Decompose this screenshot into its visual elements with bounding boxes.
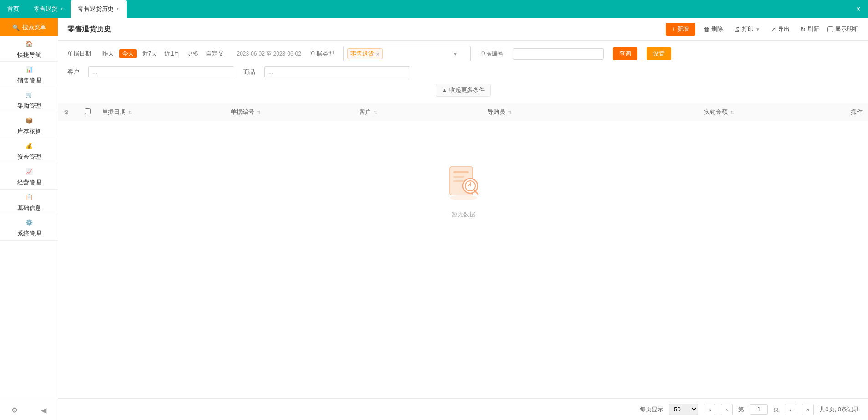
select-all-checkbox[interactable] [85,108,91,114]
finance-icon: 💰 [24,141,34,151]
th-settings: ⚙ [58,103,78,121]
first-page-button[interactable]: « [704,404,715,415]
export-button[interactable]: ↗ 导出 [768,23,792,35]
page-label: 第 [738,405,744,414]
empty-state: 暂无数据 [58,121,868,255]
date-shortcut-1month[interactable]: 近1月 [163,49,181,58]
date-shortcut-yesterday[interactable]: 昨天 [100,49,116,58]
goods-select[interactable]: ... [264,66,410,77]
th-bill-no[interactable]: 单据编号 ⇅ [225,103,354,121]
last-page-button[interactable]: » [802,404,814,415]
window-close-button[interactable]: × [848,5,868,14]
date-filter-label: 单据日期 [67,50,91,58]
collapse-button[interactable]: ▲ 收起更多条件 [436,84,491,97]
empty-text: 暂无数据 [452,210,475,219]
sidebar-item-operation[interactable]: 📈 经营管理 [0,164,58,190]
main-layout: 🔍 搜索菜单 🏠 快捷导航 📊 销售管理 🛒 采购管理 📦 库存核算 💰 [0,18,868,420]
th-amount-sort-icon: ⇅ [730,110,734,115]
show-detail-wrap: 显示明细 [827,25,859,33]
show-detail-checkbox[interactable] [827,26,833,32]
content-area: 零售退货历史 + 新增 🗑 删除 🖨 打印 ▼ ↗ 导出 ↻ [58,18,868,420]
page-title: 零售退货历史 [67,25,111,34]
bill-type-select[interactable]: 零售退货 × ▼ [343,46,471,61]
th-guide[interactable]: 导购员 ⇅ [482,103,611,121]
sidebar-item-sales-label: 销售管理 [17,77,41,85]
query-button[interactable]: 查询 [613,47,637,60]
th-guide-sort-icon: ⇅ [508,110,512,115]
date-shortcut-custom[interactable]: 自定义 [204,49,226,58]
sidebar-item-system[interactable]: ⚙️ 系统管理 [0,215,58,241]
bill-type-tag-remove[interactable]: × [376,51,380,57]
th-amount-label: 实销金额 [704,108,728,115]
svg-rect-3 [453,176,464,178]
sidebar-item-quick-nav[interactable]: 🏠 快捷导航 [0,36,58,62]
collapse-btn-wrap: ▲ 收起更多条件 [67,82,859,100]
th-date-label: 单据日期 [102,108,126,115]
prev-page-button[interactable]: ‹ [721,404,733,415]
per-page-select[interactable]: 10 20 50 100 [669,404,698,415]
th-actions: 操作 [740,103,868,121]
home-icon: 🏠 [24,39,34,49]
new-button[interactable]: + 新增 [666,23,695,36]
sidebar: 🔍 搜索菜单 🏠 快捷导航 📊 销售管理 🛒 采购管理 📦 库存核算 💰 [0,18,58,420]
date-range-display: 2023-06-02 至 2023-06-02 [236,50,301,58]
tab-home[interactable]: 首页 [0,0,26,18]
bill-number-label: 单据编号 [480,50,503,58]
sidebar-settings-button[interactable]: ⚙ [11,406,18,415]
date-shortcut-7days[interactable]: 近7天 [140,49,159,58]
print-button[interactable]: 🖨 打印 ▼ [731,23,763,35]
next-page-button[interactable]: › [785,404,796,415]
export-icon: ↗ [771,26,776,33]
date-shortcut-more[interactable]: 更多 [185,49,200,58]
settings-button[interactable]: 设置 [647,47,671,60]
page-number-input[interactable] [750,404,768,415]
sidebar-item-basic-label: 基础信息 [17,204,41,212]
tab-return-close[interactable]: × [60,6,63,12]
th-amount[interactable]: 实销金额 ⇅ [611,103,740,121]
total-info: 共0页, 0条记录 [819,405,859,414]
sidebar-item-basic[interactable]: 📋 基础信息 [0,190,58,215]
date-shortcuts: 昨天 今天 近7天 近1月 更多 自定义 [100,49,226,58]
tab-return-history-label: 零售退货历史 [78,5,113,13]
tab-return-history[interactable]: 零售退货历史 × [71,0,127,18]
sidebar-item-finance-label: 资金管理 [17,153,41,161]
bill-number-input[interactable] [513,48,604,60]
svg-rect-2 [453,171,469,173]
sales-icon: 📊 [24,65,34,75]
th-customer-label: 客户 [359,108,371,115]
customer-placeholder: ... [92,68,98,75]
sidebar-item-inventory-label: 库存核算 [17,128,41,136]
sidebar-collapse-button[interactable]: ◀ [41,406,46,415]
delete-button[interactable]: 🗑 删除 [701,23,726,35]
sidebar-item-purchase[interactable]: 🛒 采购管理 [0,87,58,113]
print-icon: 🖨 [734,26,740,33]
th-date[interactable]: 单据日期 ⇅ [97,103,225,121]
goods-placeholder: ... [268,68,273,75]
topbar-tabs: 首页 零售退货 × 零售退货历史 × [0,0,848,18]
sidebar-item-finance[interactable]: 💰 资金管理 [0,138,58,164]
refresh-button[interactable]: ↻ 刷新 [798,23,822,35]
tab-return-history-close[interactable]: × [116,6,119,12]
sidebar-item-purchase-label: 采购管理 [17,102,41,110]
sidebar-item-system-label: 系统管理 [17,230,41,238]
collapse-icon: ▲ [442,87,447,94]
topbar: 首页 零售退货 × 零售退货历史 × × [0,0,868,18]
system-icon: ⚙️ [24,218,34,228]
tab-return[interactable]: 零售退货 × [26,0,71,18]
column-settings-button[interactable]: ⚙ [64,109,69,116]
bill-type-tag: 零售退货 × [347,48,383,59]
goods-filter-label: 商品 [243,68,255,76]
customer-select[interactable]: ... [88,66,234,77]
delete-icon: 🗑 [704,26,709,33]
sidebar-item-inventory[interactable]: 📦 库存核算 [0,113,58,138]
th-customer[interactable]: 客户 ⇅ [354,103,482,121]
basic-icon: 📋 [24,192,34,202]
page-unit: 页 [773,405,779,414]
sidebar-item-sales[interactable]: 📊 销售管理 [0,62,58,87]
sidebar-item-operation-label: 经营管理 [17,179,41,187]
header-actions: + 新增 🗑 删除 🖨 打印 ▼ ↗ 导出 ↻ 刷新 [666,23,859,36]
print-label: 打印 [742,25,754,33]
filter-row-1: 单据日期 昨天 今天 近7天 近1月 更多 自定义 2023-06-02 至 2… [67,46,859,61]
sidebar-search-button[interactable]: 🔍 搜索菜单 [0,18,58,36]
date-shortcut-today[interactable]: 今天 [119,49,137,58]
